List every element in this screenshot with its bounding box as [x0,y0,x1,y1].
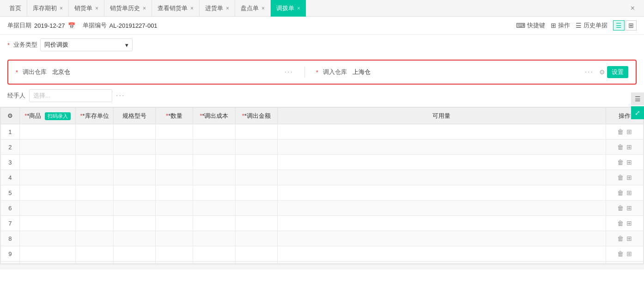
close-inventory[interactable]: × [261,5,265,12]
row-cost-cell[interactable] [193,185,235,201]
delete-row-icon[interactable]: 🗑 [617,159,624,166]
settings-gear-icon[interactable]: ⚙ [599,68,605,76]
copy-row-icon[interactable]: ⊞ [626,159,632,166]
delete-row-icon[interactable]: 🗑 [617,128,624,135]
row-amount-cell[interactable] [235,140,277,155]
copy-row-icon[interactable]: ⊞ [626,143,632,151]
row-qty-cell[interactable] [156,201,193,216]
row-spec-cell[interactable] [113,246,155,262]
row-unit-cell[interactable] [76,246,113,262]
in-warehouse-value[interactable]: 上海仓 [352,68,371,76]
row-unit-cell[interactable] [76,124,113,140]
row-cost-cell[interactable] [193,170,235,185]
date-value[interactable]: 2019-12-27 [34,22,65,29]
scan-button[interactable]: 扫码录入 [45,112,71,120]
row-product-cell[interactable] [19,124,76,140]
copy-row-icon[interactable]: ⊞ [626,220,632,227]
row-qty-cell[interactable] [156,140,193,155]
setting-button[interactable]: 设置 [607,66,628,78]
row-unit-cell[interactable] [76,170,113,185]
tab-transfer[interactable]: 调拨单 × [271,0,306,17]
row-product-cell[interactable] [19,170,76,185]
row-spec-cell[interactable] [113,201,155,216]
calendar-icon[interactable]: 📅 [68,22,75,29]
row-product-cell[interactable] [19,155,76,170]
shortcuts-action[interactable]: ⌨ 快捷键 [516,21,545,30]
row-product-cell[interactable] [19,140,76,155]
row-amount-cell[interactable] [235,201,277,216]
row-unit-cell[interactable] [76,216,113,231]
row-unit-cell[interactable] [76,140,113,155]
row-qty-cell[interactable] [156,170,193,185]
in-warehouse-more[interactable]: ··· [585,68,594,76]
row-cost-cell[interactable] [193,201,235,216]
row-qty-cell[interactable] [156,246,193,262]
row-unit-cell[interactable] [76,155,113,170]
row-cost-cell[interactable] [193,246,235,262]
close-all-button[interactable]: × [625,4,640,12]
row-cost-cell[interactable] [193,140,235,155]
row-unit-cell[interactable] [76,185,113,201]
delete-row-icon[interactable]: 🗑 [617,189,624,196]
float-note-button[interactable]: ☰ [631,92,644,105]
agent-more[interactable]: ··· [116,92,125,100]
row-product-cell[interactable] [19,201,76,216]
copy-row-icon[interactable]: ⊞ [626,128,632,135]
row-spec-cell[interactable] [113,216,155,231]
layout-btn-grid[interactable]: ⊞ [626,20,637,31]
copy-row-icon[interactable]: ⊞ [626,174,632,181]
row-product-cell[interactable] [19,231,76,246]
row-spec-cell[interactable] [113,185,155,201]
delete-row-icon[interactable]: 🗑 [617,174,624,181]
close-stock-init[interactable]: × [60,5,63,12]
row-spec-cell[interactable] [113,124,155,140]
out-warehouse-value[interactable]: 北京仓 [52,68,70,76]
row-spec-cell[interactable] [113,231,155,246]
copy-row-icon[interactable]: ⊞ [626,235,632,242]
tab-sales-order[interactable]: 销货单 × [69,0,104,17]
bottom-scrollbar[interactable] [0,264,644,269]
row-unit-cell[interactable] [76,231,113,246]
row-amount-cell[interactable] [235,155,277,170]
row-cost-cell[interactable] [193,216,235,231]
tab-purchase-order[interactable]: 进货单 × [200,0,235,17]
layout-btn-list[interactable]: ☰ [613,20,625,31]
row-qty-cell[interactable] [156,124,193,140]
copy-row-icon[interactable]: ⊞ [626,250,632,257]
close-view-sales[interactable]: × [190,5,194,12]
row-amount-cell[interactable] [235,246,277,262]
row-qty-cell[interactable] [156,155,193,170]
row-qty-cell[interactable] [156,185,193,201]
business-type-dropdown[interactable]: 同价调拨 ▾ [40,38,133,51]
row-spec-cell[interactable] [113,155,155,170]
copy-row-icon[interactable]: ⊞ [626,204,632,212]
tab-stock-init[interactable]: 库存期初 × [27,0,69,17]
copy-row-icon[interactable]: ⊞ [626,189,632,196]
th-settings[interactable]: ⚙ [1,108,20,124]
row-amount-cell[interactable] [235,170,277,185]
row-amount-cell[interactable] [235,231,277,246]
row-spec-cell[interactable] [113,140,155,155]
row-cost-cell[interactable] [193,231,235,246]
close-transfer[interactable]: × [297,5,300,12]
row-unit-cell[interactable] [76,201,113,216]
row-qty-cell[interactable] [156,216,193,231]
row-product-cell[interactable] [19,185,76,201]
row-amount-cell[interactable] [235,124,277,140]
delete-row-icon[interactable]: 🗑 [617,235,624,242]
row-amount-cell[interactable] [235,185,277,201]
row-product-cell[interactable] [19,246,76,262]
table-settings-icon[interactable]: ⚙ [7,112,13,119]
row-cost-cell[interactable] [193,124,235,140]
tab-view-sales[interactable]: 查看销货单 × [152,0,200,17]
delete-row-icon[interactable]: 🗑 [617,250,624,257]
row-cost-cell[interactable] [193,155,235,170]
tab-home[interactable]: 首页 [4,0,27,17]
row-spec-cell[interactable] [113,170,155,185]
out-warehouse-more[interactable]: ··· [285,68,293,76]
float-expand-button[interactable]: ⤢ [631,106,644,119]
delete-row-icon[interactable]: 🗑 [617,220,624,227]
delete-row-icon[interactable]: 🗑 [617,143,624,151]
history-action[interactable]: ☰ 历史单据 [576,21,608,30]
operations-action[interactable]: ⊞ 操作 [551,21,570,30]
